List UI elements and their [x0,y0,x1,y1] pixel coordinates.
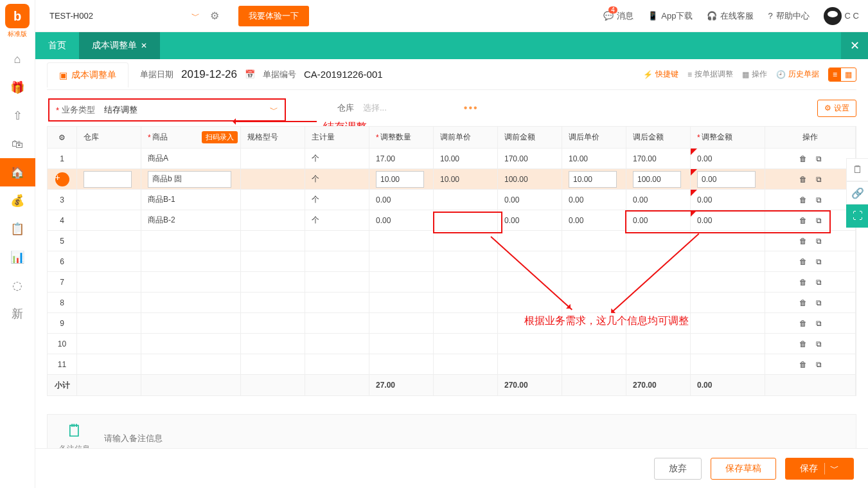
table-row[interactable]: 6🗑⧉ [48,251,856,272]
nav-upload-icon[interactable]: ⇧ [0,102,35,130]
discard-button[interactable]: 放弃 [654,458,702,480]
col-adj-amount: *调整金额 [691,127,765,148]
view-list-icon[interactable]: ≡ [829,68,841,81]
save-draft-button[interactable]: 保存草稿 [711,458,776,480]
app-download-link[interactable]: 📱App下载 [648,10,693,22]
business-type-select[interactable]: * 业务类型 结存调整 ﹀ [48,98,286,122]
settings-button[interactable]: ⚙设置 [817,100,856,117]
delete-row-icon[interactable]: 🗑 [799,195,807,204]
delete-row-icon[interactable]: 🗑 [799,154,807,163]
messages-link[interactable]: 💬 4 消息 [603,10,633,22]
subtotal-pre-amount: 270.00 [498,375,562,395]
view-toggle[interactable]: ≡▦ [828,68,856,82]
table-row[interactable]: 11🗑⧉ [48,354,856,375]
headset-icon: 🎧 [707,11,717,21]
copy-row-icon[interactable]: ⧉ [816,237,822,246]
remark-section: 🗒 备注信息 [47,414,856,448]
warehouse-select[interactable]: 选择... [363,102,387,114]
copy-row-icon[interactable]: ⧉ [816,195,822,204]
app-logo: b [5,4,30,28]
remark-input[interactable] [104,433,844,443]
col-settings-icon[interactable]: ⚙ [48,127,77,148]
history-link[interactable]: 🕘历史单据 [776,69,819,80]
table-row[interactable]: 7🗑⧉ [48,272,856,293]
table-row[interactable]: 4商品B-2个0.000.000.000.000.00🗑⧉ [48,210,856,231]
col-pre-price: 调前单价 [434,127,498,148]
table-row[interactable]: +商品b 固个10.0010.00100.0010.00100.000.00🗑⧉ [48,169,856,190]
scan-input-chip[interactable]: 扫码录入 [202,131,238,143]
doc-no-value: CA-20191226-001 [304,69,383,80]
customer-service-link[interactable]: 🎧在线客服 [707,10,754,22]
help-center-link[interactable]: ?帮助中心 [768,10,809,22]
copy-row-icon[interactable]: ⧉ [816,339,822,348]
nav-warehouse-icon[interactable]: 🏠 [0,158,35,186]
copy-row-icon[interactable]: ⧉ [816,278,822,287]
delete-row-icon[interactable]: 🗑 [799,257,807,266]
link-tool-icon[interactable]: 🔗 [846,181,868,204]
delete-row-icon[interactable]: 🗑 [799,360,807,369]
table-row[interactable]: 3商品B-1个0.000.000.000.000.00🗑⧉ [48,190,856,210]
expand-tool-icon[interactable]: ⛶ [846,204,868,228]
delete-row-icon[interactable]: 🗑 [799,298,807,307]
table-row[interactable]: 9🗑⧉ [48,313,856,334]
copy-row-icon[interactable]: ⧉ [816,319,822,328]
nav-new-icon[interactable]: 新 [0,300,35,328]
nav-home-icon[interactable]: ⌂ [0,45,35,73]
col-qty: *调整数量 [369,127,434,148]
view-grid-icon[interactable]: ▦ [841,68,856,81]
bolt-icon: ⚡ [643,70,653,79]
delete-row-icon[interactable]: 🗑 [799,216,807,225]
doc-title-tab[interactable]: ▣ 成本调整单 [47,62,128,87]
doc-no-label: 单据编号 [263,69,296,80]
more-icon[interactable]: ••• [464,102,479,114]
delete-row-icon[interactable]: 🗑 [799,339,807,348]
delete-row-icon[interactable]: 🗑 [799,237,807,246]
add-row-icon[interactable]: + [55,172,69,186]
history-icon: 🕘 [776,70,786,79]
close-icon[interactable]: ✕ [141,41,147,50]
operations-link[interactable]: ▦操作 [742,69,767,80]
avatar-icon [824,7,842,25]
note-icon: 🗒 [59,421,90,441]
delete-row-icon[interactable]: 🗑 [799,319,807,328]
doc-header: ▣ 成本调整单 单据日期 2019-12-26 📅 单据编号 CA-201912… [47,59,856,90]
copy-row-icon[interactable]: ⧉ [816,298,822,307]
tenant-selector[interactable]: TEST-H002 ﹀ [44,6,205,26]
table-row[interactable]: 5🗑⧉ [48,231,856,251]
table-row[interactable]: 10🗑⧉ [48,334,856,354]
delete-row-icon[interactable]: 🗑 [799,175,807,184]
gear-icon[interactable]: ⚙ [210,10,219,22]
col-spec: 规格型号 [241,127,305,148]
annotation-2: 根据业务需求，这几个信息均可调整 [524,314,689,328]
table-row[interactable]: 1商品A个17.0010.00170.0010.00170.000.00🗑⧉ [48,149,856,169]
copy-row-icon[interactable]: ⧉ [816,154,822,163]
copy-row-icon[interactable]: ⧉ [816,216,822,225]
table-row[interactable]: 8🗑⧉ [48,293,856,313]
nav-report-icon[interactable]: 📊 [0,243,35,271]
calendar-icon[interactable]: 📅 [245,69,255,79]
save-button[interactable]: 保存﹀ [785,458,854,480]
help-icon: ? [768,11,772,21]
copy-row-icon[interactable]: ⧉ [816,175,822,184]
close-all-tabs[interactable]: ✕ [841,32,868,59]
nav-clipboard-icon[interactable]: 📋 [0,215,35,243]
nav-gift-icon[interactable]: 🎁 [0,73,35,102]
user-menu[interactable]: C C [824,7,859,25]
tab-home[interactable]: 首页 [35,32,79,59]
chevron-down-icon[interactable]: ﹀ [824,463,839,474]
copy-row-icon[interactable]: ⧉ [816,257,822,266]
tab-cost-adjust[interactable]: 成本调整单 ✕ [79,32,160,59]
col-warehouse: 仓库 [77,127,141,148]
nav-money-icon[interactable]: 💰 [0,186,35,215]
hotkey-link[interactable]: ⚡快捷键 [643,69,678,80]
try-button[interactable]: 我要体验一下 [238,6,309,26]
nav-bag-icon[interactable]: 🛍 [0,130,35,158]
nav-cycle-icon[interactable]: ◌ [0,271,35,300]
delete-row-icon[interactable]: 🗑 [799,278,807,287]
doc-date-value[interactable]: 2019-12-26 [181,68,237,81]
copy-row-icon[interactable]: ⧉ [816,360,822,369]
note-tool-icon[interactable]: 🗒 [846,158,868,181]
adjust-by-bill-link[interactable]: ≡按单据调整 [687,69,733,80]
subtotal-label: 小计 [48,375,77,395]
business-type-value: 结存调整 [104,104,137,116]
